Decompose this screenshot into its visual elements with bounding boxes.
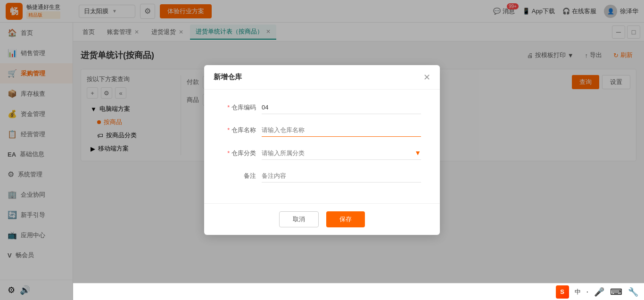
category-dropdown-icon: ▼ <box>414 149 421 157</box>
form-row-code: 仓库编码 <box>223 101 421 114</box>
code-input[interactable] <box>262 101 421 114</box>
code-label: 仓库编码 <box>223 103 256 112</box>
form-row-note: 备注 <box>223 169 421 183</box>
punctuation-icon: · <box>586 288 588 296</box>
toolbar-icon[interactable]: 🔧 <box>628 287 638 297</box>
cancel-button[interactable]: 取消 <box>279 211 319 227</box>
modal-add-warehouse: 新增仓库 ✕ 仓库编码 仓库名称 仓库分类 ▼ <box>204 65 440 235</box>
keyboard-icon[interactable]: ⌨ <box>610 287 622 297</box>
s-logo-icon: S <box>556 285 569 299</box>
category-select-row[interactable]: ▼ <box>262 146 421 160</box>
note-label: 备注 <box>223 172 256 180</box>
modal-body: 仓库编码 仓库名称 仓库分类 ▼ 备注 <box>204 90 440 203</box>
form-row-name: 仓库名称 <box>223 124 421 137</box>
mic-icon[interactable]: 🎤 <box>594 287 604 297</box>
name-input[interactable] <box>262 124 421 137</box>
modal-footer: 取消 保存 <box>204 203 440 235</box>
category-input[interactable] <box>262 150 414 157</box>
category-label: 仓库分类 <box>223 149 256 158</box>
bottom-bar: S 中 · 🎤 ⌨ 🔧 <box>73 283 644 300</box>
modal-header: 新增仓库 ✕ <box>204 65 440 90</box>
modal-overlay[interactable]: 新增仓库 ✕ 仓库编码 仓库名称 仓库分类 ▼ <box>0 0 644 300</box>
form-row-category: 仓库分类 ▼ <box>223 146 421 160</box>
zh-text: 中 <box>575 288 581 296</box>
modal-title: 新增仓库 <box>214 73 242 82</box>
note-input[interactable] <box>262 169 421 183</box>
name-label: 仓库名称 <box>223 126 256 134</box>
save-button[interactable]: 保存 <box>326 211 365 227</box>
modal-close-button[interactable]: ✕ <box>423 73 430 82</box>
